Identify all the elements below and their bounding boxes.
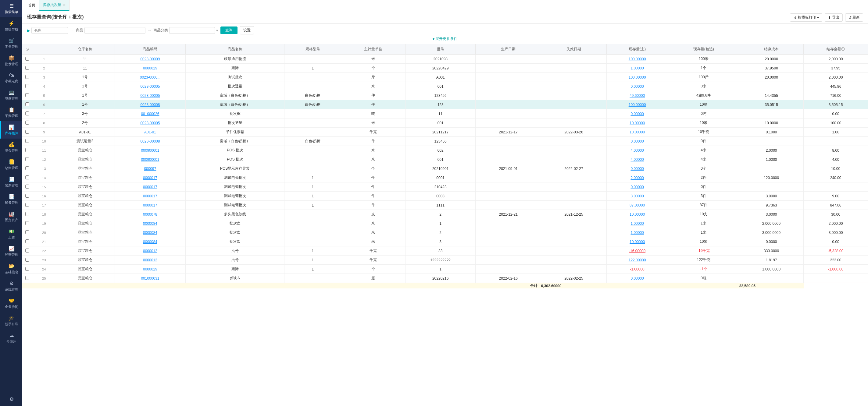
cell-checkbox[interactable] xyxy=(22,246,33,256)
cell-code[interactable]: 000097 xyxy=(115,164,185,173)
cell-qty-main[interactable]: 0.00000 xyxy=(607,82,668,91)
cell-qty-main[interactable]: 1.00000 xyxy=(607,228,668,237)
search-button[interactable]: 查询 xyxy=(220,27,238,34)
close-tab-icon[interactable]: ✕ xyxy=(63,3,66,7)
refresh-button[interactable]: ↺ 刷新 xyxy=(845,13,863,22)
cell-qty-main[interactable]: 10.00000 xyxy=(607,128,668,137)
sidebar-item-retail[interactable]: 🛒 零售管理 xyxy=(0,35,22,52)
cell-checkbox[interactable] xyxy=(22,256,33,265)
cell-qty-main[interactable]: 4.00000 xyxy=(607,146,668,155)
cell-qty-main[interactable]: 49.60000 xyxy=(607,91,668,100)
sidebar-item-wholesale[interactable]: 📦 批发管理 xyxy=(0,52,22,69)
tab-inventory-batch[interactable]: 库存批次量 ✕ xyxy=(39,0,69,11)
cell-checkbox[interactable] xyxy=(22,192,33,201)
expand-arrow-icon[interactable]: ▶ xyxy=(27,28,30,33)
cell-qty-main[interactable]: 100.00000 xyxy=(607,55,668,64)
cell-checkbox[interactable] xyxy=(22,274,33,283)
sidebar-item-tax[interactable]: 📑 税务管理 xyxy=(0,191,22,208)
cell-checkbox[interactable] xyxy=(22,237,33,246)
cell-code[interactable]: 0000017 xyxy=(115,201,185,210)
cell-checkbox[interactable] xyxy=(22,73,33,82)
expand-conditions-button[interactable]: ▾ 展开更多条件 xyxy=(433,36,457,41)
cell-code[interactable]: 0000084 xyxy=(115,228,185,237)
cell-code[interactable]: 0000012 xyxy=(115,246,185,256)
cell-checkbox[interactable] xyxy=(22,155,33,164)
sidebar-item-settings[interactable]: ⚙ xyxy=(0,393,22,406)
cell-code[interactable]: 0000017 xyxy=(115,192,185,201)
cell-qty-main[interactable]: 1.00000 xyxy=(607,219,668,228)
sidebar-item-inventory[interactable]: 📊 库存核算 xyxy=(0,121,22,139)
cell-checkbox[interactable] xyxy=(22,109,33,119)
table-settings-button[interactable]: 设置 xyxy=(240,26,254,34)
cell-code[interactable]: 001000026 xyxy=(115,109,185,119)
cell-qty-main[interactable]: 4.00000 xyxy=(607,155,668,164)
sidebar-item-search-menu[interactable]: ☰ 搜索菜单 xyxy=(0,0,22,18)
cell-checkbox[interactable] xyxy=(22,182,33,192)
sidebar-item-base-info[interactable]: 📂 基础信息 xyxy=(0,260,22,277)
cell-code[interactable]: 0000017 xyxy=(115,173,185,182)
cell-qty-main[interactable]: 100.00000 xyxy=(607,100,668,109)
category-input[interactable] xyxy=(169,27,215,34)
export-button[interactable]: ⬆ 导出 xyxy=(825,13,843,22)
th-selector[interactable]: ☉ xyxy=(22,44,33,55)
cell-code[interactable]: 0000029 xyxy=(115,64,185,73)
sidebar-item-ecom[interactable]: 💻 电商管理 xyxy=(0,87,22,104)
sidebar-item-cloud[interactable]: ☁ 云应用 xyxy=(0,330,22,347)
print-button[interactable]: 🖨 按模板打印 ▾ xyxy=(790,13,822,22)
cell-qty-main[interactable]: 100.00000 xyxy=(607,73,668,82)
cell-checkbox[interactable] xyxy=(22,91,33,100)
cell-qty-main[interactable]: 87.00000 xyxy=(607,201,668,210)
cell-code[interactable]: 0000012 xyxy=(115,256,185,265)
cell-qty-main[interactable]: 10.00000 xyxy=(607,210,668,219)
cell-checkbox[interactable] xyxy=(22,128,33,137)
cell-code[interactable]: 0000084 xyxy=(115,237,185,246)
sidebar-item-fixed-asset[interactable]: 🏭 固定资产 xyxy=(0,208,22,225)
cell-code[interactable]: 000900001 xyxy=(115,146,185,155)
cell-checkbox[interactable] xyxy=(22,119,33,128)
sidebar-item-micro-ecom[interactable]: 🛍 小额电商 xyxy=(0,69,22,87)
sidebar-item-invoice[interactable]: 🧾 发票管理 xyxy=(0,173,22,191)
sidebar-item-newbie[interactable]: 🎓 新手引导 xyxy=(0,312,22,330)
cell-qty-main[interactable]: 1.00000 xyxy=(607,64,668,73)
sidebar-item-ops[interactable]: 📈 经营管理 xyxy=(0,243,22,260)
cell-checkbox[interactable] xyxy=(22,228,33,237)
cell-code[interactable]: 0000017 xyxy=(115,182,185,192)
sidebar-item-quick-nav[interactable]: ⚡ 快捷导航 xyxy=(0,18,22,35)
cell-checkbox[interactable] xyxy=(22,219,33,228)
cell-code[interactable]: 0023-00008 xyxy=(115,100,185,109)
cell-checkbox[interactable] xyxy=(22,164,33,173)
sidebar-item-asset[interactable]: 💰 资金管理 xyxy=(0,139,22,156)
sidebar-item-sys[interactable]: ⚙ 系统管理 xyxy=(0,277,22,295)
table-container[interactable]: ☉ 仓库名称 商品编码 商品名称 规格型号 主计量单位 批号 生产日期 失效日期… xyxy=(22,44,868,406)
cell-qty-main[interactable]: 3.00000 xyxy=(607,192,668,201)
sidebar-item-purchase[interactable]: 📋 采购管理 xyxy=(0,104,22,121)
cell-checkbox[interactable] xyxy=(22,55,33,64)
warehouse-input[interactable] xyxy=(31,27,68,34)
cell-code[interactable]: 0023-00008 xyxy=(115,137,185,146)
cell-checkbox[interactable] xyxy=(22,210,33,219)
sidebar-item-total[interactable]: 📒 总账管理 xyxy=(0,156,22,173)
cell-checkbox[interactable] xyxy=(22,82,33,91)
cell-qty-main[interactable]: 122.00000 xyxy=(607,256,668,265)
cell-code[interactable]: 0000084 xyxy=(115,219,185,228)
cell-qty-main[interactable]: 0.00000 xyxy=(607,137,668,146)
cell-checkbox[interactable] xyxy=(22,137,33,146)
cell-checkbox[interactable] xyxy=(22,100,33,109)
cell-qty-main[interactable]: 0.00000 xyxy=(607,274,668,283)
cell-qty-main[interactable]: 0.00000 xyxy=(607,109,668,119)
cell-checkbox[interactable] xyxy=(22,201,33,210)
cell-code[interactable]: A01-01 xyxy=(115,128,185,137)
cell-code[interactable]: 0023-00005 xyxy=(115,82,185,91)
cell-qty-main[interactable]: 2.00000 xyxy=(607,173,668,182)
cell-code[interactable]: 000900001 xyxy=(115,155,185,164)
cell-qty-main[interactable]: -16.00000 xyxy=(607,246,668,256)
sidebar-item-corp[interactable]: 🤝 企业协同 xyxy=(0,295,22,312)
cell-code[interactable]: 0023-00005 xyxy=(115,91,185,100)
cell-qty-main[interactable]: 0.00000 xyxy=(607,164,668,173)
cell-code[interactable]: 001000031 xyxy=(115,274,185,283)
cell-checkbox[interactable] xyxy=(22,64,33,73)
cell-code[interactable]: 0000078 xyxy=(115,210,185,219)
cell-qty-main[interactable]: 10.00000 xyxy=(607,237,668,246)
cell-code[interactable]: 0000029 xyxy=(115,265,185,274)
cell-qty-main[interactable]: 10.00000 xyxy=(607,119,668,128)
